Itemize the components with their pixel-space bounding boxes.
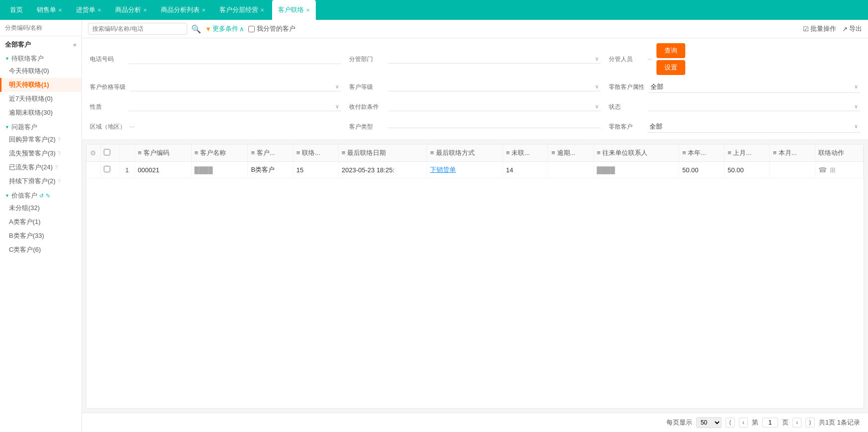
my-customers-checkbox[interactable]: [248, 26, 255, 32]
filter-retail-attr-row: 零散客户属性 全部 ∨: [609, 79, 860, 95]
sidebar-item-unclassified[interactable]: 未分组(32): [0, 201, 81, 215]
payment-select[interactable]: ∨: [388, 102, 600, 111]
nav-customer-contact[interactable]: 客户联络 ✕: [272, 0, 316, 20]
table-checkbox-col[interactable]: [100, 144, 120, 162]
table-col-overdue[interactable]: ≡ 逾期...: [548, 144, 593, 162]
table-col-last-method[interactable]: ≡ 最后联络方式: [427, 144, 503, 162]
sidebar-item-class-b[interactable]: B类客户(33): [0, 229, 81, 243]
row-last-method-cell[interactable]: 下销货单: [427, 162, 503, 178]
region-dots-button[interactable]: ···: [130, 123, 135, 130]
page-size-select[interactable]: 50 100 200: [696, 417, 722, 428]
batch-ops-button[interactable]: ☑ 批量操作: [803, 24, 836, 33]
sidebar-item-declining[interactable]: 持续下滑客户(2) ?: [0, 174, 81, 188]
gender-label: 性质: [90, 103, 125, 111]
table-col-type[interactable]: ≡ 客户...: [248, 144, 293, 162]
nav-purchase[interactable]: 进货单 ✕: [70, 0, 107, 20]
nav-home[interactable]: 首页: [4, 0, 29, 20]
close-icon[interactable]: ✕: [202, 7, 206, 13]
sidebar-item-class-c[interactable]: C类客户(6): [0, 243, 81, 257]
more-conditions-button[interactable]: ▼ 更多条件 ∧: [205, 24, 244, 33]
query-button[interactable]: 查询: [656, 43, 685, 58]
sidebar-item-tomorrow[interactable]: 明天待联络(1): [0, 78, 81, 92]
sidebar-item-week[interactable]: 近7天待联络(0): [0, 92, 81, 106]
table-col-contact-count[interactable]: ≡ 联络...: [293, 144, 338, 162]
filter-gender-row: 性质 ∨: [90, 99, 341, 115]
chevron-down-icon: ∨: [595, 56, 599, 62]
row-checkbox[interactable]: [104, 166, 110, 172]
chevron-down-icon: ∨: [595, 83, 599, 90]
filter-search-button[interactable]: 🔍: [191, 24, 201, 34]
retail-attr-label: 零散客户属性: [609, 83, 645, 91]
close-icon[interactable]: ✕: [97, 7, 101, 13]
nav-customer-tier[interactable]: 客户分层经营 ✕: [214, 0, 270, 20]
last-method-link[interactable]: 下销货单: [430, 166, 456, 173]
table-col-code[interactable]: ≡ 客户编码: [135, 144, 191, 162]
table-col-this-month[interactable]: ≡ 本月...: [770, 144, 815, 162]
export-button[interactable]: ↗ 导出: [842, 24, 862, 33]
person-dots-button[interactable]: ···: [648, 56, 652, 63]
status-label: 状态: [609, 103, 644, 111]
filter-customer-level-row: 客户等级 ∨: [349, 79, 600, 95]
payment-label: 收付款条件: [349, 103, 384, 111]
dept-select[interactable]: ∨: [388, 55, 600, 64]
nav-analysis[interactable]: 商品分析 ✕: [109, 0, 153, 20]
last-page-button[interactable]: ⟩: [805, 418, 815, 428]
sidebar-item-lost-risk[interactable]: 流失预警客户(3) ?: [0, 146, 81, 160]
close-icon[interactable]: ✕: [306, 7, 310, 13]
row-no-contact-cell: 14: [503, 162, 548, 178]
table-settings-col[interactable]: ⚙: [86, 144, 100, 162]
retail-customer-select[interactable]: 全部 ∨: [648, 121, 860, 133]
customer-level-select[interactable]: ∨: [388, 82, 600, 91]
sidebar-item-today[interactable]: 今天待联络(0): [0, 64, 81, 78]
sidebar-search-area: 🔍: [0, 20, 81, 36]
first-page-button[interactable]: ⟨: [725, 418, 735, 428]
help-icon: ?: [55, 164, 58, 170]
prev-page-button[interactable]: ‹: [739, 418, 748, 428]
edit-icon[interactable]: ✎: [46, 193, 50, 199]
customer-type-select[interactable]: [388, 126, 600, 128]
sidebar-item-overdue[interactable]: 逾期未联络(30): [0, 106, 81, 120]
retail-customer-label: 零散客户: [609, 123, 644, 131]
table-col-no-contact[interactable]: ≡ 未联...: [503, 144, 548, 162]
row-checkbox-cell[interactable]: [100, 162, 120, 178]
sidebar-item-lost[interactable]: 已流失客户(24) ?: [0, 160, 81, 174]
gender-select[interactable]: ∨: [129, 102, 341, 111]
sidebar-item-class-a[interactable]: A类客户(1): [0, 215, 81, 229]
retail-attr-select[interactable]: 全部 ∨: [649, 81, 860, 93]
table-col-this-year[interactable]: ≡ 本年...: [679, 144, 724, 162]
page-number-input[interactable]: [762, 418, 778, 428]
table-row: 1 000021 ████ B类客户 15 2023-05-23 18:25: …: [86, 162, 864, 178]
sidebar-item-repurchase[interactable]: 回购异常客户(2) ?: [0, 133, 81, 146]
export-icon: ↗: [842, 25, 848, 33]
table-col-name[interactable]: ≡ 客户名称: [191, 144, 248, 162]
table-col-unit-contact[interactable]: ≡ 往来单位联系人: [593, 144, 679, 162]
filter-search-input[interactable]: [88, 23, 187, 35]
more-action-icon[interactable]: ⊞: [830, 166, 836, 174]
filter-payment-row: 收付款条件 ∨: [349, 99, 600, 115]
select-all-checkbox[interactable]: [104, 149, 110, 155]
filter-action-buttons: 查询 设置: [656, 43, 685, 75]
collapse-icon[interactable]: «: [73, 41, 76, 48]
sidebar-search-input[interactable]: [5, 24, 79, 31]
contact-action-icon[interactable]: ☎: [818, 166, 827, 174]
refresh-icon[interactable]: ↺: [39, 193, 44, 199]
phone-input[interactable]: [129, 55, 341, 64]
my-customers-checkbox-label[interactable]: 我分管的客户: [248, 24, 295, 33]
next-page-button[interactable]: ›: [793, 418, 801, 428]
filter-bar: 🔍 ▼ 更多条件 ∧ 我分管的客户 ☑ 批量操作 ↗ 导出: [82, 20, 868, 38]
close-icon[interactable]: ✕: [58, 7, 62, 13]
gear-icon[interactable]: ⚙: [90, 149, 96, 157]
nav-sales[interactable]: 销售单 ✕: [31, 0, 68, 20]
nav-analysis-list[interactable]: 商品分析列表 ✕: [155, 0, 212, 20]
close-icon[interactable]: ✕: [143, 7, 147, 13]
top-navigation: 首页 销售单 ✕ 进货单 ✕ 商品分析 ✕ 商品分析列表 ✕ 客户分层经营 ✕ …: [0, 0, 868, 20]
price-level-select[interactable]: ∨: [130, 82, 341, 91]
pending-section-header: ▼ 待联络客户: [0, 51, 81, 64]
row-code-cell: 000021: [135, 162, 191, 178]
table-col-last-month[interactable]: ≡ 上月...: [724, 144, 770, 162]
status-select[interactable]: ∨: [648, 102, 860, 111]
help-icon: ?: [58, 150, 61, 156]
settings-button[interactable]: 设置: [656, 60, 685, 75]
table-col-last-date[interactable]: ≡ 最后联络日期: [339, 144, 427, 162]
close-icon[interactable]: ✕: [260, 7, 264, 13]
